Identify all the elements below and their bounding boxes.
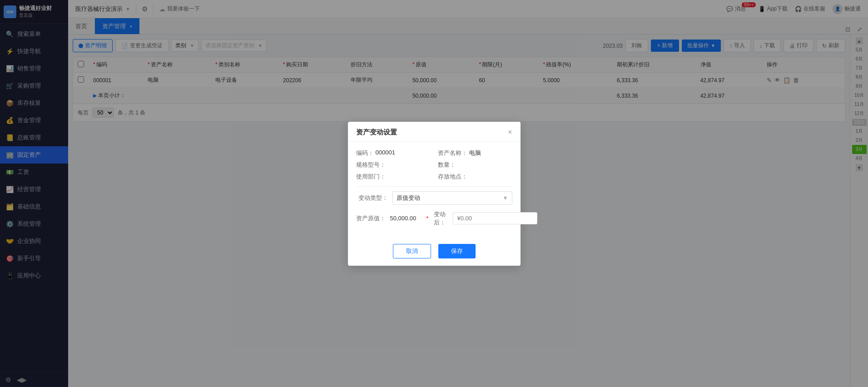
change-type-row: 变动类型： 原值变动 ▼	[356, 191, 512, 205]
asset-value-row: 资产原值： 50,000.00 * 变动后：	[356, 210, 512, 227]
change-type-label: 变动类型：	[356, 194, 388, 202]
asset-change-dialog: 资产变动设置 × 编码： 000001 资产名称： 电脑 规格型号： 数量：	[348, 122, 521, 266]
dialog-spec-label: 规格型号：	[356, 161, 386, 169]
change-type-value: 原值变动	[397, 194, 503, 202]
dialog-close-button[interactable]: ×	[508, 128, 512, 136]
dialog-spec-item: 规格型号：	[356, 161, 431, 169]
dialog-divider	[356, 186, 512, 187]
dialog-name-item: 资产名称： 电脑	[438, 149, 512, 157]
dialog-footer: 取消 保存	[348, 239, 521, 266]
change-type-arrow: ▼	[503, 195, 508, 201]
modal-overlay: 资产变动设置 × 编码： 000001 资产名称： 电脑 规格型号： 数量：	[0, 0, 868, 387]
after-value-input[interactable]	[453, 212, 537, 224]
dialog-body: 编码： 000001 资产名称： 电脑 规格型号： 数量： 使用部门：	[348, 142, 521, 239]
dialog-name-label: 资产名称：	[438, 149, 467, 157]
dialog-qty-label: 数量：	[438, 161, 456, 169]
dialog-location-item: 存放地点：	[438, 173, 512, 181]
required-star: *	[426, 215, 428, 222]
dialog-dept-label: 使用部门：	[356, 173, 386, 181]
cancel-button[interactable]: 取消	[393, 244, 431, 258]
change-type-select[interactable]: 原值变动 ▼	[392, 191, 512, 205]
dialog-code-value: 000001	[376, 149, 395, 157]
dialog-title: 资产变动设置	[356, 128, 397, 137]
dialog-info-grid: 编码： 000001 资产名称： 电脑 规格型号： 数量： 使用部门：	[356, 149, 512, 181]
dialog-code-item: 编码： 000001	[356, 149, 431, 157]
dialog-dept-item: 使用部门：	[356, 173, 431, 181]
asset-value-label: 资产原值：	[356, 214, 386, 223]
after-label: 变动后：	[434, 210, 446, 227]
dialog-code-label: 编码：	[356, 149, 374, 157]
dialog-location-label: 存放地点：	[438, 173, 467, 181]
save-button[interactable]: 保存	[438, 244, 476, 258]
asset-value-display: 50,000.00	[390, 215, 417, 222]
dialog-header: 资产变动设置 ×	[348, 122, 521, 142]
dialog-name-value: 电脑	[469, 149, 481, 157]
dialog-qty-item: 数量：	[438, 161, 512, 169]
